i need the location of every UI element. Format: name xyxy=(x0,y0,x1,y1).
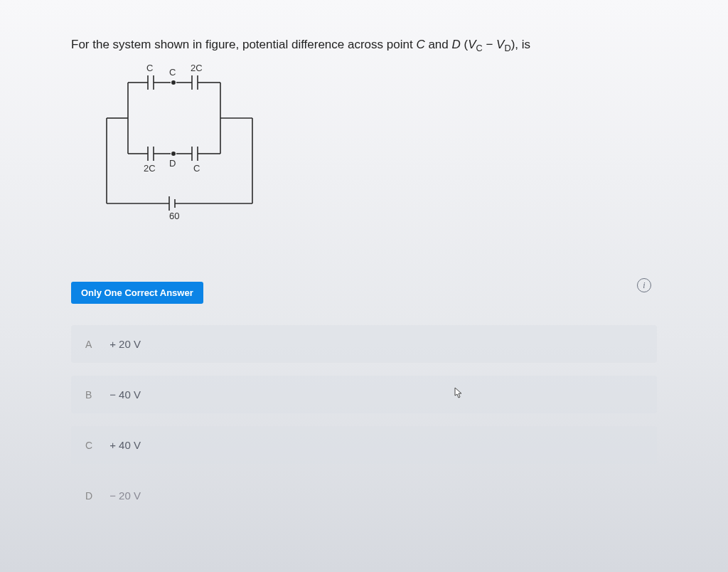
option-text: − 20 V xyxy=(109,489,141,502)
label-cap-2c-bottom: 2C xyxy=(144,163,156,174)
option-letter: A xyxy=(85,339,107,350)
option-a[interactable]: A + 20 V xyxy=(71,325,657,363)
option-c[interactable]: C + 40 V xyxy=(71,426,657,464)
answer-type-badge: Only One Correct Answer xyxy=(71,282,203,304)
option-text: − 40 V xyxy=(109,388,141,401)
label-cap-2c-top: 2C xyxy=(191,63,203,73)
cursor-icon xyxy=(451,386,465,406)
label-point-c: C xyxy=(169,67,176,78)
option-letter: D xyxy=(85,490,107,502)
option-letter: C xyxy=(85,440,107,451)
info-icon[interactable]: i xyxy=(637,278,651,292)
question-text: For the system shown in figure, potentia… xyxy=(71,36,657,55)
svg-point-5 xyxy=(172,80,175,83)
label-source: 60 xyxy=(169,211,179,221)
svg-point-15 xyxy=(172,152,175,154)
option-text: + 20 V xyxy=(109,338,141,350)
option-d[interactable]: D − 20 V xyxy=(71,477,657,514)
option-text: + 40 V xyxy=(109,439,141,451)
label-cap-c-bottom: C xyxy=(193,163,200,174)
option-letter: B xyxy=(85,389,107,401)
circuit-diagram: C C 2C 2C D C 60 xyxy=(92,61,657,232)
option-b[interactable]: B − 40 V xyxy=(71,376,657,413)
label-point-d: D xyxy=(169,158,176,169)
label-cap-c-top: C xyxy=(146,63,153,73)
options-list: A + 20 V B − 40 V C + 40 V D − 20 V xyxy=(71,325,657,514)
